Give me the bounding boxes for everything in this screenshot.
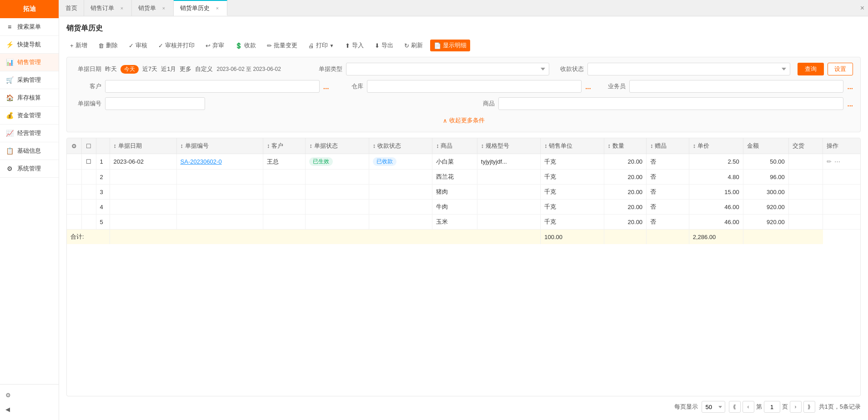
per-page-label: 每页显示 <box>674 403 698 411</box>
th-doc-no[interactable]: ↕ 单据编号 <box>176 138 263 154</box>
cell-checkbox[interactable] <box>81 215 96 230</box>
tab-sales-order[interactable]: 销售订单 × <box>84 0 132 16</box>
tab-sales-goods[interactable]: 销货单 × <box>132 0 174 16</box>
table-row: 2 西兰花 千克 20.00 否 4.80 96.00 <box>67 170 860 185</box>
cell-checkbox[interactable] <box>81 170 96 185</box>
print-button[interactable]: 🖨 打印 ▼ <box>305 40 338 51</box>
sidebar-item-finance[interactable]: 💰 资金管理 <box>0 107 59 125</box>
doc-no-link[interactable]: SA-20230602-0 <box>181 158 222 165</box>
page-input[interactable] <box>764 401 780 413</box>
import-label: 导入 <box>352 41 364 50</box>
th-quantity[interactable]: ↕ 数量 <box>604 138 647 154</box>
collapse-button[interactable]: ∧ 收起更多条件 <box>74 115 853 126</box>
import-button[interactable]: ⬆ 导入 <box>341 40 367 51</box>
docno-input[interactable] <box>105 97 205 110</box>
refresh-button[interactable]: ↻ 刷新 <box>401 40 426 51</box>
sidebar-item-search-menu[interactable]: ≡ 搜索菜单 <box>0 18 59 36</box>
shortcut-1month[interactable]: 近1月 <box>161 65 176 73</box>
th-payment-status[interactable]: ↕ 收款状态 <box>369 138 432 154</box>
cell-goods: 猪肉 <box>432 185 477 200</box>
sidebar-item-sales-mgmt[interactable]: 📊 销售管理 <box>0 54 59 71</box>
customer-input[interactable] <box>105 80 320 93</box>
th-unit-price[interactable]: ↕ 单价 <box>689 138 743 154</box>
new-icon: + <box>70 42 74 49</box>
cell-payment-status <box>369 215 432 230</box>
th-operation: 操作 <box>823 138 860 154</box>
batch-change-button[interactable]: ✏ 批量变更 <box>263 40 301 51</box>
sidebar-collapse-btn[interactable]: ◀ <box>0 402 59 416</box>
goods-input[interactable] <box>498 97 844 110</box>
search-button[interactable]: 查询 <box>798 63 824 75</box>
doctype-label: 单据类型 <box>315 65 342 73</box>
cell-doc-status <box>306 200 369 215</box>
tab-sales-history[interactable]: 销货单历史 × <box>174 0 227 16</box>
page-last-btn[interactable]: ⟫ <box>803 401 815 413</box>
goods-label: 商品 <box>467 100 495 108</box>
salesperson-dots[interactable]: ... <box>847 83 853 90</box>
sidebar-settings-btn[interactable]: ⚙ <box>0 388 59 402</box>
export-button[interactable]: ⬇ 导出 <box>371 40 397 51</box>
tab-bar: 首页 销售订单 × 销货单 × 销货单历史 × × <box>59 0 868 16</box>
tab-sales-goods-close[interactable]: × <box>161 5 167 11</box>
delete-button[interactable]: 🗑 删除 <box>95 40 121 51</box>
shortcut-yesterday[interactable]: 昨天 <box>105 65 117 73</box>
th-spec-label: ↕ 规格型号 <box>481 142 509 149</box>
audit-print-button[interactable]: ✓ 审核并打印 <box>155 40 198 51</box>
cell-spec <box>477 170 540 185</box>
sidebar-item-purchase-mgmt[interactable]: 🛒 采购管理 <box>0 71 59 89</box>
th-customer[interactable]: ↕ 客户 <box>263 138 306 154</box>
tab-sales-order-close[interactable]: × <box>119 5 125 11</box>
th-doc-date[interactable]: ↕ 单据日期 <box>110 138 176 154</box>
tab-home[interactable]: 首页 <box>59 0 84 16</box>
cell-doc-status: 已生效 <box>306 154 369 170</box>
th-gift[interactable]: ↕ 赠品 <box>647 138 689 154</box>
sidebar-item-quick-nav[interactable]: ⚡ 快捷导航 <box>0 36 59 54</box>
shortcut-more[interactable]: 更多 <box>180 65 191 73</box>
th-goods[interactable]: ↕ 商品 <box>432 138 477 154</box>
new-button[interactable]: + 新增 <box>66 40 91 51</box>
th-settings[interactable]: ⚙ <box>67 138 81 154</box>
cell-payment-status <box>369 185 432 200</box>
page-prev-btn[interactable]: ‹ <box>743 401 754 413</box>
shortcut-today[interactable]: 今天 <box>120 65 139 74</box>
cell-checkbox[interactable]: ☐ <box>81 154 96 170</box>
warehouse-dots[interactable]: ... <box>585 83 591 90</box>
payment-select[interactable] <box>587 63 790 75</box>
cell-amount: 50.00 <box>743 154 788 170</box>
warehouse-input[interactable] <box>367 80 582 93</box>
audit-button[interactable]: ✓ 审核 <box>125 40 151 51</box>
cell-checkbox[interactable] <box>81 200 96 215</box>
goods-dots[interactable]: ... <box>847 100 853 108</box>
th-spec[interactable]: ↕ 规格型号 <box>477 138 540 154</box>
cell-goods: 小白菜 <box>432 154 477 170</box>
salesperson-input[interactable] <box>629 80 844 93</box>
show-detail-button[interactable]: 📄 显示明细 <box>430 40 470 51</box>
collapse-arrow-icon: ∧ <box>443 117 447 124</box>
th-checkbox[interactable]: ☐ <box>81 138 96 154</box>
tab-sales-history-close[interactable]: × <box>214 5 221 11</box>
page-next-btn[interactable]: › <box>790 401 802 413</box>
doctype-select[interactable] <box>346 63 549 75</box>
page-first-btn[interactable]: ⟪ <box>729 401 741 413</box>
th-quantity-label: ↕ 数量 <box>608 142 624 149</box>
sidebar-item-inventory[interactable]: 🏠 库存核算 <box>0 89 59 107</box>
page-nav: ⟪ ‹ 第 页 › ⟫ <box>729 401 815 413</box>
abandon-button[interactable]: ↩ 弃审 <box>202 40 228 51</box>
shortcut-7days[interactable]: 近7天 <box>142 65 157 73</box>
sidebar-item-operations[interactable]: 📈 经营管理 <box>0 125 59 142</box>
sidebar-item-system-mgmt[interactable]: ⚙ 系统管理 <box>0 160 59 178</box>
th-unit[interactable]: ↕ 销售单位 <box>541 138 604 154</box>
per-page-select[interactable]: 50 20 100 <box>702 401 725 413</box>
tab-bar-close-btn[interactable]: × <box>860 4 864 12</box>
cell-checkbox[interactable] <box>81 185 96 200</box>
th-doc-no-label: ↕ 单据编号 <box>181 142 209 149</box>
set-button[interactable]: 设置 <box>828 63 853 75</box>
collect-button[interactable]: 💲 收款 <box>231 40 260 51</box>
sidebar-item-basic-info[interactable]: 📋 基础信息 <box>0 142 59 160</box>
th-doc-status[interactable]: ↕ 单据状态 <box>306 138 369 154</box>
cell-doc-no[interactable]: SA-20230602-0 <box>176 154 263 170</box>
shortcut-custom[interactable]: 自定义 <box>195 65 213 73</box>
more-icon[interactable]: ⋯ <box>834 158 840 165</box>
edit-icon[interactable]: ✏ <box>827 158 832 165</box>
customer-dots[interactable]: ... <box>323 83 329 90</box>
